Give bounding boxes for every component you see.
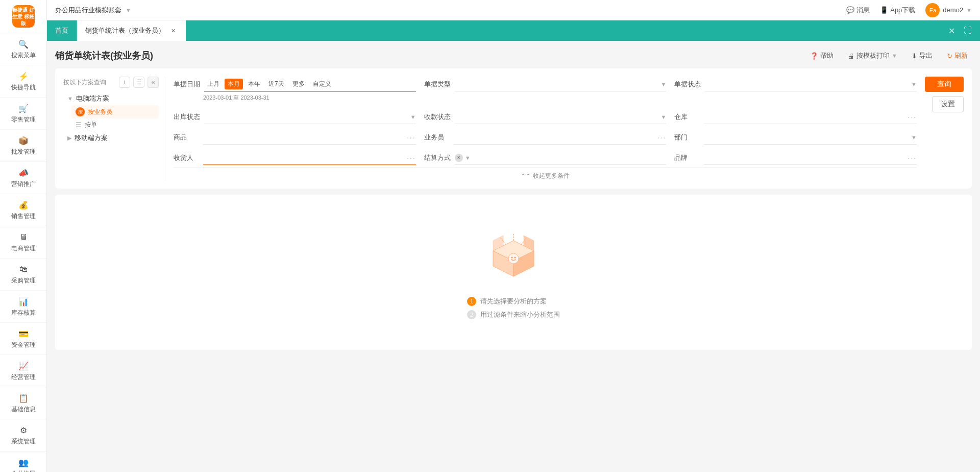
- tree-salesperson-item[interactable]: 按 按业务员: [71, 105, 159, 119]
- svg-point-7: [514, 257, 516, 258]
- logo-icon: 畅捷通 好生意 标账版: [12, 5, 35, 28]
- receipt-status-field: 收款状态 ▼: [424, 110, 667, 124]
- add-scheme-btn[interactable]: +: [119, 77, 130, 88]
- tab-bar-actions: ✕ ⛶: [945, 25, 980, 37]
- inventory-icon: 📊: [18, 296, 29, 307]
- settlement-tag-close-icon[interactable]: ×: [455, 154, 463, 162]
- brand-field: 品牌 ···: [674, 151, 917, 165]
- sidebar-label-wholesale: 批发管理: [11, 148, 36, 156]
- workspace-arrow[interactable]: ▼: [126, 7, 131, 13]
- manage-scheme-btn[interactable]: ☰: [133, 77, 144, 88]
- collapse-filters-btn[interactable]: ⌃⌃ 收起更多条件: [174, 167, 917, 180]
- query-btn[interactable]: 查询: [925, 77, 964, 92]
- salesperson-scheme-icon: 按: [76, 107, 85, 116]
- warehouse-control[interactable]: ···: [704, 110, 917, 124]
- help-btn[interactable]: ❓ 帮助: [806, 49, 838, 62]
- date-control[interactable]: 上月 本月 本年 近7天 更多 自定义: [204, 77, 416, 92]
- sidebar-item-inventory[interactable]: 📊 库存核算: [0, 291, 46, 323]
- salesperson-dots-icon[interactable]: ···: [657, 133, 667, 141]
- svg-point-5: [508, 253, 519, 264]
- sidebar-item-retail[interactable]: 🛒 零售管理: [0, 98, 46, 130]
- dept-control[interactable]: ▼: [704, 130, 917, 145]
- user-menu[interactable]: Ea demo2 ▼: [925, 3, 972, 17]
- collapse-scheme-btn[interactable]: «: [148, 77, 159, 88]
- date-this-month[interactable]: 本月: [225, 79, 243, 89]
- settings-btn[interactable]: 设置: [932, 96, 964, 112]
- date-more[interactable]: 更多: [289, 79, 308, 89]
- tab-close-icon[interactable]: ✕: [169, 27, 177, 35]
- sidebar-item-shortcut[interactable]: ⚡ 快捷导航: [0, 65, 46, 98]
- shortcut-icon: ⚡: [18, 70, 29, 82]
- goods-dots-icon[interactable]: ···: [407, 133, 416, 141]
- date-label: 单据日期: [174, 80, 200, 89]
- sidebar-item-corp[interactable]: 👥 企业协同: [0, 452, 46, 472]
- app-download-btn[interactable]: 📱 App下载: [880, 6, 915, 15]
- receipt-status-arrow-icon: ▼: [660, 114, 666, 120]
- sidebar-item-marketing[interactable]: 📣 营销推广: [0, 162, 46, 194]
- sidebar-label-inventory: 库存核算: [11, 309, 36, 317]
- doc-status-control[interactable]: ▼: [705, 77, 917, 91]
- tree-desktop-item[interactable]: ▼ 电脑端方案: [63, 92, 159, 105]
- refresh-btn[interactable]: ↻ 刷新: [943, 49, 972, 62]
- filter-row-4: 收货人 ··· 结算方式: [174, 151, 917, 165]
- settlement-control[interactable]: × ▼: [455, 151, 667, 165]
- sidebar-item-wholesale[interactable]: 📦 批发管理: [0, 130, 46, 162]
- brand-control[interactable]: ···: [704, 151, 917, 165]
- export-icon: ⬇: [912, 52, 917, 60]
- sidebar-item-sales[interactable]: 💰 销售管理: [0, 194, 46, 226]
- empty-state: 1 请先选择要分析的方案 2 用过滤条件来缩小分析范围: [55, 195, 972, 350]
- scheme-actions: + ☰ «: [119, 77, 159, 88]
- sidebar-label-base: 基础信息: [11, 405, 36, 414]
- download-icon: 📱: [880, 6, 888, 14]
- salesperson-control[interactable]: ···: [454, 130, 667, 145]
- warehouse-field: 仓库 ···: [674, 110, 917, 124]
- warehouse-dots-icon[interactable]: ···: [908, 113, 917, 121]
- brand-dots-icon[interactable]: ···: [908, 154, 917, 162]
- close-tab-btn[interactable]: ✕: [945, 25, 958, 37]
- tab-report[interactable]: 销货单统计表（按业务员） ✕: [77, 20, 186, 41]
- goods-control[interactable]: ···: [203, 130, 416, 145]
- step-1-text: 请先选择要分析的方案: [480, 297, 547, 306]
- sidebar-item-purchase[interactable]: 🛍 采购管理: [0, 258, 46, 291]
- workspace-title: 办公用品行业模拟账套: [55, 6, 121, 15]
- doc-type-arrow-icon: ▼: [660, 81, 666, 87]
- date-last-7days[interactable]: 近7天: [265, 79, 287, 89]
- message-btn[interactable]: 💬 消息: [846, 6, 870, 15]
- out-status-control[interactable]: ▼: [204, 110, 416, 124]
- header-right: 💬 消息 📱 App下载 Ea demo2 ▼: [846, 3, 972, 17]
- tree-chevron-icon: ▼: [67, 96, 73, 102]
- base-icon: 📋: [18, 392, 29, 404]
- tree-mobile-item[interactable]: ▶ 移动端方案: [63, 131, 159, 145]
- sidebar-item-finance[interactable]: 💳 资金管理: [0, 323, 46, 355]
- dept-field: 部门 ▼: [674, 130, 917, 145]
- finance-icon: 💳: [18, 328, 29, 339]
- date-last-month[interactable]: 上月: [204, 79, 223, 89]
- export-btn[interactable]: ⬇ 导出: [908, 49, 937, 62]
- consignee-control[interactable]: ···: [203, 151, 416, 165]
- sidebar-item-operation[interactable]: 📈 经营管理: [0, 355, 46, 387]
- receipt-status-control[interactable]: ▼: [455, 110, 667, 124]
- operation-icon: 📈: [18, 360, 29, 371]
- tree-mobile: ▶ 移动端方案: [63, 131, 159, 145]
- date-this-year[interactable]: 本年: [245, 79, 263, 89]
- date-custom[interactable]: 自定义: [310, 79, 334, 89]
- purchase-icon: 🛍: [18, 264, 29, 275]
- sidebar-item-system[interactable]: ⚙ 系统管理: [0, 419, 46, 452]
- template-print-btn[interactable]: 🖨 按模板打印 ▼: [844, 49, 901, 62]
- tree-doc-item[interactable]: ☰ 按单: [71, 119, 159, 131]
- ecommerce-icon: 🖥: [18, 231, 29, 243]
- consignee-dots-icon[interactable]: ···: [407, 154, 416, 162]
- sidebar-item-base[interactable]: 📋 基础信息: [0, 387, 46, 419]
- sidebar-item-search[interactable]: 🔍 搜索菜单: [0, 33, 46, 65]
- sales-icon: 💰: [18, 199, 29, 210]
- app-logo: 畅捷通 好生意 标账版: [0, 0, 46, 33]
- sidebar-label-ecommerce: 电商管理: [11, 244, 36, 253]
- print-arrow-icon: ▼: [892, 53, 897, 59]
- tab-home[interactable]: 首页: [47, 20, 77, 41]
- doc-type-control[interactable]: ▼: [455, 77, 667, 91]
- sidebar: 畅捷通 好生意 标账版 🔍 搜索菜单 ⚡ 快捷导航 🛒 零售管理 📦 批发管理 …: [0, 0, 47, 472]
- step-2-num: 2: [467, 310, 476, 319]
- help-icon: ❓: [810, 52, 818, 60]
- fullscreen-btn[interactable]: ⛶: [962, 25, 974, 37]
- sidebar-item-ecommerce[interactable]: 🖥 电商管理: [0, 226, 46, 258]
